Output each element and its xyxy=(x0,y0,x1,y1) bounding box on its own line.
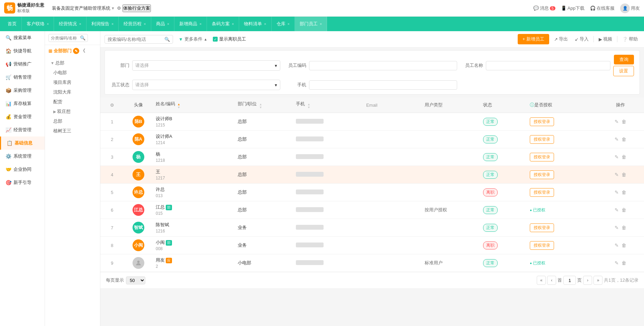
delete-btn[interactable]: 🗑 xyxy=(622,172,626,177)
search-box[interactable]: 🔍 xyxy=(105,35,173,44)
sidebar-item-cooperation[interactable]: 🤝 企业协同 xyxy=(0,163,45,176)
auth-info-icon[interactable]: ⓘ xyxy=(530,102,534,107)
edit-btn[interactable]: ✎ xyxy=(615,260,619,266)
edit-btn[interactable]: ✎ xyxy=(615,243,619,248)
col-header-name[interactable]: 姓名/编码 ▲▼ xyxy=(153,97,235,113)
sidebar-item-system[interactable]: ⚙️ 系统管理 xyxy=(0,150,45,163)
auth-login-btn[interactable]: 授权登录 xyxy=(530,135,554,144)
dept-sort-icon[interactable]: ▲▼ xyxy=(259,103,262,109)
delete-btn[interactable]: 🗑 xyxy=(622,260,626,266)
show-resign-toggle[interactable]: ✓ 显示离职员工 xyxy=(213,36,246,42)
delete-btn[interactable]: 🗑 xyxy=(622,136,626,142)
help-btn[interactable]: ❔ 帮助 xyxy=(620,35,640,44)
auth-login-btn[interactable]: 授权登录 xyxy=(530,241,554,250)
edit-btn[interactable]: ✎ xyxy=(615,172,619,177)
sidebar-item-guide[interactable]: 🎯 新手引导 xyxy=(0,176,45,189)
sidebar-item-operations[interactable]: 📈 经营管理 xyxy=(0,123,45,136)
view-btn[interactable]: ▶ 视频 xyxy=(597,35,614,44)
dept-node-headquarter[interactable]: ▼总部 xyxy=(45,58,100,68)
import-btn[interactable]: ↙ 导入 xyxy=(573,35,591,44)
nav-close-customer[interactable]: × xyxy=(47,22,49,26)
user-area[interactable]: 👤 用友 xyxy=(620,3,640,13)
next-page-btn[interactable]: › xyxy=(583,276,592,285)
delete-btn[interactable]: 🗑 xyxy=(622,119,626,124)
edit-btn[interactable]: ✎ xyxy=(615,154,619,160)
filter-empname-input[interactable] xyxy=(486,61,610,70)
nav-close-warehouse[interactable]: × xyxy=(288,22,290,26)
online-service-btn[interactable]: 🎧 在线客服 xyxy=(590,5,615,11)
sidebar-item-basic-info[interactable]: 📋 基础信息 xyxy=(0,136,45,150)
filter-search-btn[interactable]: 查询 xyxy=(614,55,634,64)
dept-collapse-icon[interactable]: 《 xyxy=(81,48,85,54)
delete-btn[interactable]: 🗑 xyxy=(622,225,626,230)
sidebar-item-quick-nav[interactable]: 🏠 快捷导航 xyxy=(0,44,45,58)
last-page-btn[interactable]: » xyxy=(593,276,602,285)
nav-warehouse[interactable]: 仓库 × xyxy=(272,17,295,31)
nav-close-profit[interactable]: × xyxy=(111,22,114,26)
filter-empcode-input[interactable] xyxy=(309,61,457,70)
auth-login-btn[interactable]: 授权登录 xyxy=(530,223,554,232)
nav-close-dept-staff[interactable]: × xyxy=(320,22,322,26)
auth-login-btn[interactable]: 授权登录 xyxy=(530,188,554,197)
nav-history[interactable]: 经营历程 × xyxy=(119,17,151,31)
sidebar-item-purchase[interactable]: 📦 采购管理 xyxy=(0,84,45,97)
nav-close-goods[interactable]: × xyxy=(167,22,169,26)
filter-status-select[interactable]: 请选择 ▾ xyxy=(132,80,280,90)
more-filter-btn[interactable]: ▼ 更多条件 ▲ xyxy=(176,35,210,44)
sidebar-item-sales[interactable]: 🛒 销售管理 xyxy=(0,71,45,84)
experience-btn[interactable]: 体验行业方案 xyxy=(123,5,151,12)
page-size-select[interactable]: 50 100 xyxy=(126,276,145,284)
nav-profit[interactable]: 利润报告 × xyxy=(87,17,119,31)
dept-edit-icon[interactable]: ✎ xyxy=(73,48,79,54)
dept-node-small-elec[interactable]: 小电部 xyxy=(45,68,100,78)
gear-icon[interactable]: ⚙ xyxy=(117,6,121,11)
nav-close-bom[interactable]: × xyxy=(264,22,266,26)
nav-close-barcode[interactable]: × xyxy=(232,22,234,26)
nav-goods[interactable]: 商品 × xyxy=(151,17,174,31)
dept-search-bar[interactable]: 🔍 xyxy=(48,34,88,42)
prev-page-btn[interactable]: ‹ xyxy=(547,276,556,285)
sidebar-item-inventory[interactable]: 📊 库存核算 xyxy=(0,97,45,110)
nav-close-operations[interactable]: × xyxy=(79,22,81,26)
nav-dept-staff[interactable]: 部门员工 × xyxy=(295,17,327,31)
nav-bom[interactable]: 物料清单 × xyxy=(239,17,271,31)
add-employee-btn[interactable]: + 新增员工 xyxy=(518,34,549,44)
edit-btn[interactable]: ✎ xyxy=(615,136,619,142)
dept-node-distribution[interactable]: 配货 xyxy=(45,97,100,107)
filter-phone-input[interactable] xyxy=(309,80,457,90)
dept-node-shuangzhuang[interactable]: ▶双庄想 xyxy=(45,107,100,116)
dept-node-shenyang[interactable]: 沈阳大库 xyxy=(45,87,100,97)
nav-close-add-goods[interactable]: × xyxy=(199,22,201,26)
edit-btn[interactable]: ✎ xyxy=(615,119,619,124)
nav-customer[interactable]: 客户联络 × xyxy=(22,17,54,31)
delete-btn[interactable]: 🗑 xyxy=(622,190,626,195)
filter-set-btn[interactable]: 设置 xyxy=(613,66,634,76)
edit-btn[interactable]: ✎ xyxy=(615,190,619,195)
dept-node-planting[interactable]: 植树王三 xyxy=(45,126,100,136)
dropdown-arrow[interactable]: ▾ xyxy=(112,6,114,11)
message-btn[interactable]: 💬 消息 5 xyxy=(533,5,555,11)
sidebar-item-search-menu[interactable]: 🔍 搜索菜单 xyxy=(0,31,45,44)
nav-operations[interactable]: 经营情况 × xyxy=(54,17,86,31)
nav-home[interactable]: 首页 xyxy=(3,17,22,31)
sidebar-item-finance[interactable]: 💰 资金管理 xyxy=(0,110,45,123)
col-header-dept[interactable]: 部门/职位 ▲▼ xyxy=(235,97,293,113)
phone-sort-icon[interactable]: ▲▼ xyxy=(307,103,310,109)
delete-btn[interactable]: 🗑 xyxy=(622,243,626,248)
edit-btn[interactable]: ✎ xyxy=(615,225,619,230)
nav-close-history[interactable]: × xyxy=(144,22,146,26)
page-number-input[interactable] xyxy=(563,276,576,285)
auth-login-btn[interactable]: 授权登录 xyxy=(530,153,554,161)
delete-btn[interactable]: 🗑 xyxy=(622,154,626,160)
first-page-btn[interactable]: « xyxy=(537,276,546,285)
nav-barcode[interactable]: 条码方案 × xyxy=(207,17,239,31)
search-input[interactable] xyxy=(108,37,163,42)
delete-btn[interactable]: 🗑 xyxy=(622,207,626,213)
dept-search-input[interactable] xyxy=(51,36,79,41)
dept-node-hq-sub[interactable]: 总部 xyxy=(45,116,100,126)
auth-login-btn[interactable]: 授权登录 xyxy=(530,117,554,126)
nav-add-goods[interactable]: 新增商品 × xyxy=(174,17,207,31)
settings-icon[interactable]: ⚙ xyxy=(110,103,114,108)
app-download-btn[interactable]: 📱 App下载 xyxy=(561,5,584,11)
name-sort-icon[interactable]: ▲▼ xyxy=(177,103,180,109)
